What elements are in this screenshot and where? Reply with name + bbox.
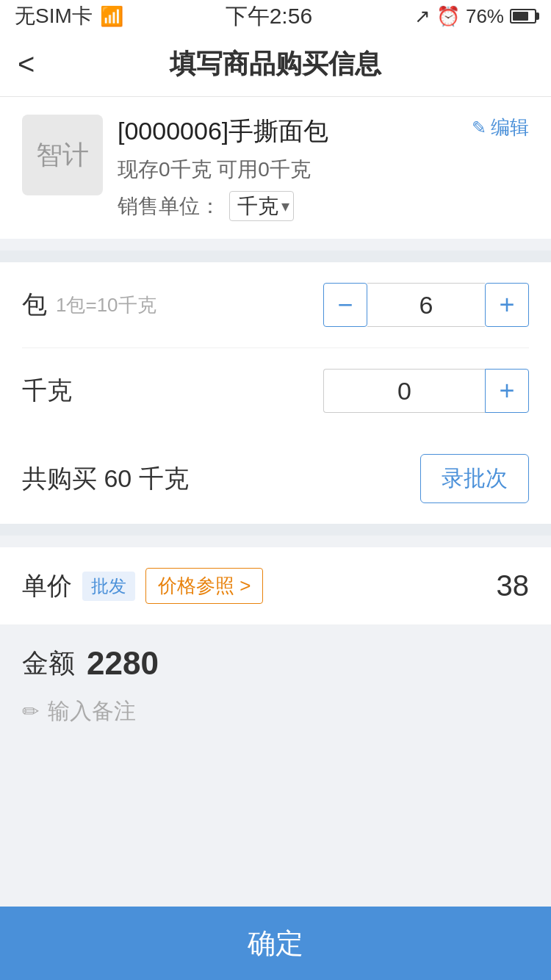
wifi-icon: 📶 [100, 5, 123, 28]
carrier-text: 无SIM卡 [15, 2, 93, 30]
price-ref-button[interactable]: 价格参照 > [145, 568, 263, 604]
product-thumbnail: 智计 [22, 115, 103, 195]
price-row: 单价 批发 价格参照 > 38 [22, 568, 529, 604]
alarm-icon: ⏰ [436, 5, 460, 28]
location-icon: ↗ [414, 5, 431, 28]
amount-section: 金额 2280 ✏ 输入备注 [0, 624, 551, 747]
input-row-kg: 千克 + [22, 348, 529, 433]
pencil-icon: ✏ [22, 699, 39, 724]
amount-row: 金额 2280 [22, 645, 529, 696]
price-value: 38 [497, 569, 530, 602]
kg-plus-button[interactable]: + [485, 369, 529, 413]
remark-row[interactable]: ✏ 输入备注 [22, 696, 529, 747]
page-title: 填写商品购买信息 [170, 46, 381, 82]
kg-stepper: + [323, 369, 529, 413]
bao-stepper: − + [323, 283, 529, 327]
price-tag: 批发 [82, 572, 135, 601]
bao-label: 包 1包=10千克 [22, 288, 156, 322]
kg-input[interactable] [323, 369, 485, 413]
status-bar: 无SIM卡 📶 下午2:56 ↗ ⏰ 76% [0, 0, 551, 32]
input-row-bao: 包 1包=10千克 − + [22, 262, 529, 348]
battery-percent: 76% [466, 5, 504, 28]
batch-button[interactable]: 录批次 [420, 454, 529, 503]
kg-label: 千克 [22, 374, 72, 408]
price-section: 单价 批发 价格参照 > 38 [0, 547, 551, 624]
total-row: 共购买 60 千克 录批次 [0, 433, 551, 524]
confirm-bar[interactable]: 确定 [0, 907, 551, 980]
status-right: ↗ ⏰ 76% [414, 5, 536, 28]
product-card: 智计 [0000006]手撕面包 现存0千克 可用0千克 销售单位： 千克 ✎ … [0, 97, 551, 239]
bao-input[interactable] [367, 283, 485, 327]
product-unit-row: 销售单位： 千克 [118, 191, 529, 221]
amount-value: 2280 [87, 645, 159, 682]
bao-plus-button[interactable]: + [485, 283, 529, 327]
battery-icon [510, 9, 536, 24]
battery-fill [513, 12, 528, 21]
amount-label: 金额 [22, 646, 75, 682]
product-name: [0000006]手撕面包 [118, 115, 529, 148]
nav-bar: < 填写商品购买信息 [0, 32, 551, 97]
remark-placeholder[interactable]: 输入备注 [48, 696, 136, 727]
section-divider-1 [0, 251, 551, 262]
edit-button[interactable]: ✎ 编辑 [472, 115, 529, 140]
bao-hint: 1包=10千克 [56, 292, 156, 318]
total-text: 共购买 60 千克 [22, 462, 189, 496]
bao-minus-button[interactable]: − [323, 283, 367, 327]
product-stock: 现存0千克 可用0千克 [118, 156, 529, 184]
unit-select-wrap[interactable]: 千克 [229, 191, 294, 221]
confirm-button-label: 确定 [248, 925, 303, 962]
back-button[interactable]: < [18, 48, 35, 81]
edit-icon: ✎ [472, 118, 486, 138]
status-carrier: 无SIM卡 📶 [15, 2, 123, 30]
status-time: 下午2:56 [226, 1, 312, 32]
unit-select[interactable]: 千克 [229, 191, 294, 221]
input-section: 包 1包=10千克 − + 千克 + [0, 262, 551, 433]
unit-label: 销售单位： [118, 192, 220, 220]
section-divider-2 [0, 524, 551, 536]
product-info: [0000006]手撕面包 现存0千克 可用0千克 销售单位： 千克 [118, 115, 529, 221]
price-label: 单价 批发 价格参照 > [22, 568, 263, 604]
